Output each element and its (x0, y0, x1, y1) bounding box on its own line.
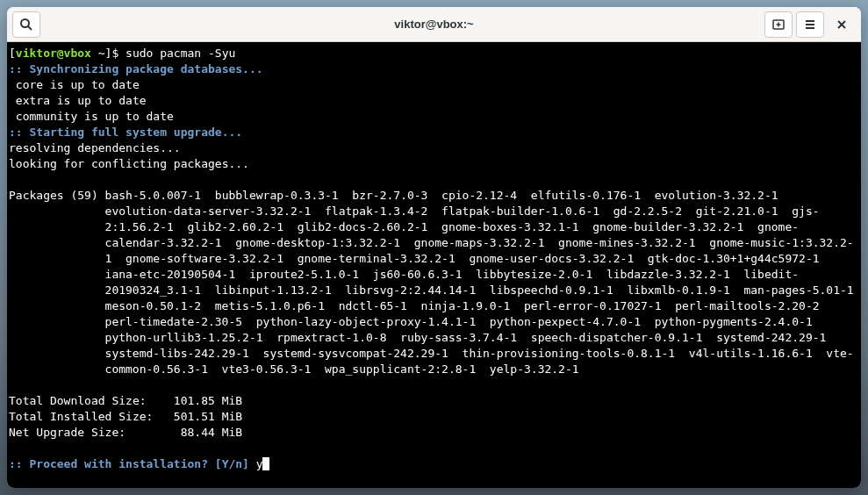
resolving-text: resolving dependencies... (9, 141, 181, 154)
svg-line-1 (28, 26, 32, 30)
command-text: sudo pacman -Syu (126, 47, 235, 60)
sync-header: :: Synchronizing package databases... (9, 62, 263, 75)
conflicts-text: looking for conflicting packages... (9, 157, 249, 170)
window-title: viktor@vbox:~ (394, 18, 473, 31)
terminal-output[interactable]: [viktor@vbox ~]$ sudo pacman -Syu :: Syn… (7, 42, 861, 488)
terminal-window: viktor@vbox:~ [viktor@vbox ~]$ sudo pacm… (7, 7, 861, 488)
close-button[interactable] (828, 11, 856, 38)
total-download-size: Total Download Size: 101.85 MiB (9, 394, 242, 407)
close-icon (835, 18, 849, 32)
menu-button[interactable] (796, 11, 824, 38)
packages-label: Packages (59) (9, 189, 98, 202)
cursor (262, 457, 269, 470)
community-status: community is up to date (9, 110, 174, 123)
extra-status: extra is up to date (9, 94, 147, 107)
hamburger-icon (803, 18, 817, 32)
new-tab-icon (771, 18, 786, 32)
total-installed-size: Total Installed Size: 501.51 MiB (9, 410, 242, 423)
net-upgrade-size: Net Upgrade Size: 88.44 MiB (9, 426, 242, 439)
core-status: core is up to date (9, 78, 140, 91)
search-button[interactable] (12, 11, 40, 38)
prompt-user: viktor@vbox (16, 47, 91, 60)
titlebar: viktor@vbox:~ (7, 7, 861, 42)
svg-point-0 (21, 19, 29, 27)
prompt-path: ~ (98, 47, 105, 60)
new-tab-button[interactable] (764, 11, 793, 38)
packages-list: bash-5.0.007-1 bubblewrap-0.3.3-1 bzr-2.… (98, 189, 861, 376)
upgrade-header: :: Starting full system upgrade... (9, 126, 242, 139)
proceed-prompt: :: Proceed with installation? [Y/n] (9, 457, 256, 470)
search-icon (19, 18, 33, 32)
